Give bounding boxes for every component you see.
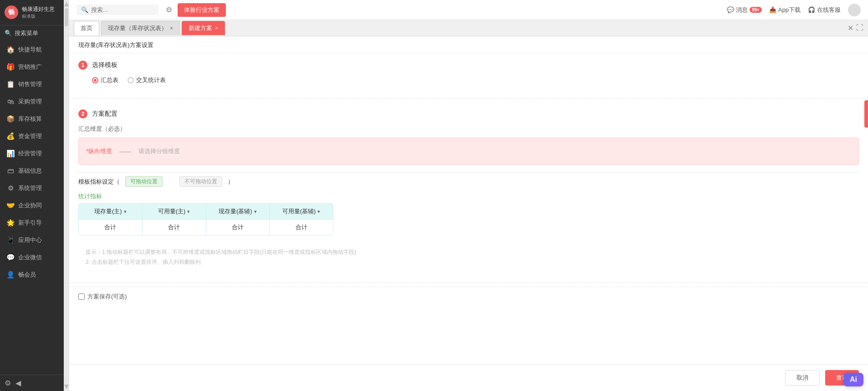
wechat-icon: 💬 [6,253,15,262]
step1-indicator: 1 选择模板 [78,61,859,70]
sidebar-item-inventory[interactable]: 📦 库存核算 [0,110,64,128]
sidebar-item-finance[interactable]: 💰 资金管理 [0,128,64,145]
scroll-down-btn[interactable] [64,385,69,389]
sidebar-search-label: 搜索菜单 [15,29,38,37]
radio-cross[interactable]: 交叉统计表 [128,76,166,84]
cancel-button[interactable]: 取消 [785,370,820,386]
system-icon: ⚙ [6,184,15,192]
stats-col-body-2: 合计 [206,220,270,235]
sidebar-item-app-center[interactable]: 📱 应用中心 [0,232,64,249]
topbar-online-service-group[interactable]: 🎧 在线客服 [808,6,841,14]
topbar-search-icon: 🔍 [81,6,88,13]
sidebar-item-system[interactable]: ⚙ 系统管理 [0,180,64,197]
topbar-search-input[interactable] [91,6,146,13]
sidebar-item-enterprise[interactable]: 🤝 企业协同 [0,197,64,214]
stats-col-header-2[interactable]: 现存量(基辅) ▾ [206,204,270,219]
finance-icon: 💰 [6,132,15,140]
stats-col-footer-2: 合计 [232,223,244,232]
page-title: 现存量(库存状况表)方案设置 [78,41,153,48]
app-edition: 标准版 [22,13,55,20]
stats-section-label: 统计指标 [78,192,859,201]
sidebar-item-label: 资金管理 [18,132,42,140]
indicator-setting-prefix: 模板指标设定（ [78,178,120,186]
tab-new-scheme[interactable]: 新建方案 × [182,21,225,35]
appcenter-icon: 📱 [6,236,15,244]
tab-expand-icon[interactable]: ⛶ [856,24,863,32]
sidebar-item-label: 经营管理 [18,149,42,158]
stats-col-label-0: 现存量(主) [94,207,122,216]
sidebar-item-marketing[interactable]: 🎁 营销推广 [0,58,64,76]
tab-home[interactable]: 首页 [74,21,99,35]
message-label: 消息 [736,6,748,14]
sidebar-scrollbar[interactable] [64,0,69,391]
sidebar-item-label: 销售管理 [18,80,42,88]
topbar-gear-icon[interactable]: ⚙ [166,5,172,14]
stats-col-body-0: 合计 [79,220,143,235]
topbar-message-group[interactable]: 💬 消息 99+ [727,6,762,14]
save-area: 方案保存(可选) [69,287,868,306]
stats-col-body-3: 合计 [270,220,333,235]
scroll-thumb[interactable] [65,8,68,26]
tab-inventory-close-icon[interactable]: × [170,25,173,31]
sidebar-item-members[interactable]: 👤 畅会员 [0,266,64,283]
step2-num: 2 [78,109,87,118]
radio-summary[interactable]: 汇总表 [92,76,118,84]
divider-2 [78,172,859,173]
stats-col-header-0[interactable]: 现存量(主) ▾ [79,204,143,219]
guide-icon: 🌟 [6,219,15,227]
step1-label: 选择模板 [92,61,117,69]
message-badge: 99+ [750,7,762,13]
divider-1 [69,98,868,98]
tabbar: 首页 现存量（库存状况表） × 新建方案 × ✕ ⛶ [69,20,868,36]
topbar-search-area[interactable]: 🔍 [77,5,158,15]
page-title-bar: 现存量(库存状况表)方案设置 [69,36,868,53]
collapse-sidebar-icon[interactable]: ◀ [15,379,21,387]
sidebar-item-purchase[interactable]: 🛍 采购管理 [0,93,64,110]
members-icon: 👤 [6,271,15,279]
tab-home-label: 首页 [81,24,92,32]
stats-col-header-3[interactable]: 可用量(基辅) ▾ [270,204,333,219]
sidebar-item-basic-info[interactable]: 🗃 基础信息 [0,162,64,180]
tab-new-scheme-close-icon[interactable]: × [215,25,218,31]
step2-section: 2 方案配置 汇总维度（必选） *纵向维度 —— 请选择分组维度 模板指标设定（ [69,102,868,279]
home-icon: 🏠 [6,46,15,54]
save-checkbox[interactable] [78,293,85,300]
tab-inventory-label: 现存量（库存状况表） [108,24,167,32]
enterprise-icon: 🤝 [6,201,15,210]
step1-section: 1 选择模板 汇总表 交叉统计表 [69,53,868,94]
ai-badge[interactable]: Ai [843,373,863,386]
trial-industry-button[interactable]: 体验行业方案 [178,3,226,17]
online-service-label: 在线客服 [817,6,841,14]
stats-col-header-1[interactable]: 可用量(主) ▾ [143,204,206,219]
tab-inventory-status[interactable]: 现存量（库存状况表） × [101,21,180,35]
app-download-label: App下载 [778,6,801,14]
tab-close-window-icon[interactable]: ✕ [848,24,853,32]
sidebar-item-quick-nav[interactable]: 🏠 快捷导航 [0,41,64,58]
content-area: 现存量(库存状况表)方案设置 1 选择模板 汇总表 交叉统计表 [69,36,868,364]
divider-3 [69,283,868,283]
radio-cross-circle [128,77,134,83]
sidebar-item-label: 采购管理 [18,98,42,106]
sidebar-item-wechat[interactable]: 💬 企业微信 [0,249,64,266]
sidebar-item-sales[interactable]: 📋 销售管理 [0,76,64,93]
basicinfo-icon: 🗃 [6,167,15,175]
dim-placeholder[interactable]: 请选择分组维度 [138,147,180,155]
chevron-down-icon-3: ▾ [317,209,320,215]
main-area: 🔍 ⚙ 体验行业方案 💬 消息 99+ 📥 App下载 🎧 在线客服 首页 [69,0,868,391]
settings-bottom-icon[interactable]: ⚙ [5,379,11,387]
step1-num: 1 [78,61,87,70]
tip-2: 2. 点击标题栏下拉可设置排序、插入列和删除列 [86,257,852,268]
aggregate-label: 汇总维度（必选） [78,125,859,133]
stats-col-label-2: 现存量(基辅) [219,207,252,216]
sidebar-item-new-guide[interactable]: 🌟 新手引导 [0,214,64,232]
sidebar-item-operations[interactable]: 📊 经营管理 [0,145,64,162]
stats-col-footer-1: 合计 [168,223,180,232]
scroll-up-btn[interactable] [64,2,69,6]
step2-label: 方案配置 [92,110,117,118]
user-avatar[interactable] [848,4,861,16]
sidebar-search[interactable]: 🔍 搜索菜单 [0,26,64,41]
stats-table-header: 现存量(主) ▾ 可用量(主) ▾ 现存量(基辅 [79,204,333,219]
content-inner: 现存量(库存状况表)方案设置 1 选择模板 汇总表 交叉统计表 [69,36,868,364]
topbar-app-download-group[interactable]: 📥 App下载 [769,6,801,14]
app-name-block: 畅康通好生意 标准版 [22,5,55,20]
